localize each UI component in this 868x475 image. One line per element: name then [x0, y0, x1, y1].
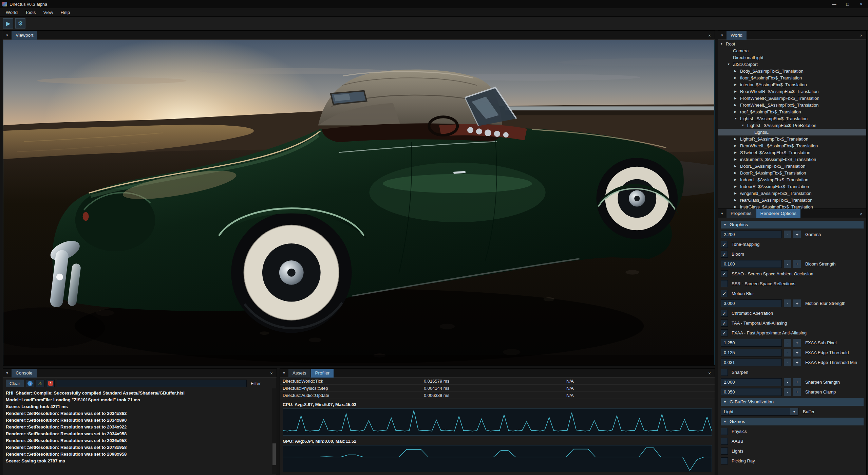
checkbox-motion-blur[interactable]: ✓	[721, 290, 728, 297]
tree-item-indoorl-assimpfbx-translation[interactable]: ▶IndoorL_$AssimpFbx$_Translation	[718, 176, 866, 183]
increment-button[interactable]: +	[793, 349, 801, 357]
checkbox-tone-mapping[interactable]: ✓	[721, 241, 728, 248]
filter-warning-button[interactable]: ⚠	[36, 380, 44, 387]
menu-item-help[interactable]: Help	[57, 9, 74, 16]
decrement-button[interactable]: -	[784, 388, 791, 396]
value-input-bloom-strength[interactable]: 0.100	[721, 260, 782, 268]
tree-item-instruments-assimpfbx-translation[interactable]: ▶instruments_$AssimpFbx$_Translation	[718, 156, 866, 163]
increment-button[interactable]: +	[793, 339, 801, 347]
menu-item-tools[interactable]: Tools	[21, 9, 40, 16]
checkbox-aabb[interactable]	[721, 438, 728, 445]
increment-button[interactable]: +	[793, 231, 801, 238]
chevron-right-icon[interactable]: ▶	[734, 151, 740, 154]
chevron-right-icon[interactable]: ▶	[734, 185, 740, 188]
chevron-right-icon[interactable]: ▶	[734, 178, 740, 181]
properties-tab-properties[interactable]: Properties	[727, 209, 756, 218]
collapse-arrow-icon[interactable]: ▼	[720, 34, 724, 37]
tree-item-rearwheell-assimpfbx-translation[interactable]: ▶RearWheelL_$AssimpFbx$_Translation	[718, 142, 866, 149]
chevron-down-icon[interactable]: ▼	[727, 62, 733, 66]
tree-item-doorr-assimpfbx-translation[interactable]: ▶DoorR_$AssimpFbx$_Translation	[718, 169, 866, 176]
value-input-gamma[interactable]: 2.200	[721, 231, 782, 238]
value-input-fxaa-sub-pixel[interactable]: 1.250	[721, 339, 782, 347]
checkbox-bloom[interactable]: ✓	[721, 251, 728, 258]
bottom-tab-assets[interactable]: Assets	[288, 369, 310, 378]
chevron-right-icon[interactable]: ▶	[734, 110, 740, 113]
chevron-right-icon[interactable]: ▶	[734, 69, 740, 73]
tree-item-wingshild-assimpfbx-translation[interactable]: ▶wingshild_$AssimpFbx$_Translation	[718, 190, 866, 197]
checkbox-ssao-screen-space-ambient-occlusion[interactable]: ✓	[721, 270, 728, 277]
checkbox-picking-ray[interactable]	[721, 457, 728, 464]
tree-item-instrglass-assimpfbx-translation[interactable]: ▶instrGlass_$AssimpFbx$_Translation	[718, 203, 866, 208]
close-window-button[interactable]: ×	[854, 0, 868, 8]
close-icon[interactable]: ×	[858, 211, 864, 216]
chevron-right-icon[interactable]: ▶	[734, 144, 740, 147]
decrement-button[interactable]: -	[784, 260, 791, 268]
tree-item-indoorr-assimpfbx-translation[interactable]: ▶IndoorR_$AssimpFbx$_Translation	[718, 183, 866, 190]
tree-item-lightsl-assimpfbx-translation[interactable]: ▼LightsL_$AssimpFbx$_Translation	[718, 115, 866, 122]
collapse-arrow-icon[interactable]: ▼	[5, 34, 9, 37]
checkbox-taa-temporal-anti-aliasing[interactable]: ✓	[721, 319, 728, 327]
collapse-arrow-icon[interactable]: ▼	[5, 371, 9, 375]
chevron-down-icon[interactable]: ▼	[734, 117, 740, 120]
tree-item-directionallight[interactable]: DirectionalLight	[718, 54, 866, 61]
increment-button[interactable]: +	[793, 260, 801, 268]
checkbox-sharpen[interactable]	[721, 369, 728, 376]
tree-item-lightsl-assimpfbx-prerotation[interactable]: ▼LightsL_$AssimpFbx$_PreRotation	[718, 122, 866, 129]
tree-item-floor-assimpfbx-translation[interactable]: ▶floor_$AssimpFbx$_Translation	[718, 74, 866, 81]
decrement-button[interactable]: -	[784, 339, 791, 347]
tab-world[interactable]: World	[727, 31, 747, 40]
decrement-button[interactable]: -	[784, 359, 791, 366]
console-scrollbar[interactable]	[272, 388, 276, 474]
menu-item-world[interactable]: World	[2, 9, 21, 16]
chevron-right-icon[interactable]: ▶	[734, 164, 740, 168]
tree-item-doorl-assimpfbx-translation[interactable]: ▶DoorL_$AssimpFbx$_Translation	[718, 163, 866, 169]
chevron-right-icon[interactable]: ▶	[734, 158, 740, 161]
chevron-right-icon[interactable]: ▶	[734, 90, 740, 93]
close-icon[interactable]: ×	[269, 370, 274, 376]
menu-item-view[interactable]: View	[40, 9, 57, 16]
filter-error-button[interactable]: !	[46, 380, 55, 387]
increment-button[interactable]: +	[793, 299, 801, 307]
increment-button[interactable]: +	[793, 359, 801, 366]
value-input-fxaa-edge-threshold[interactable]: 0.125	[721, 349, 782, 357]
chevron-right-icon[interactable]: ▶	[734, 137, 740, 141]
section-header-graphics[interactable]: ▼Graphics	[721, 221, 864, 229]
tree-item-zis101sport[interactable]: ▼ZIS101Sport	[718, 61, 866, 68]
play-button[interactable]: ▶	[3, 18, 13, 29]
chevron-right-icon[interactable]: ▶	[734, 96, 740, 100]
tree-item-frontwheell-assimpfbx-translation[interactable]: ▶FrontWheelL_$AssimpFbx$_Translation	[718, 102, 866, 108]
close-icon[interactable]: ×	[858, 33, 864, 38]
chevron-down-icon[interactable]: ▼	[741, 124, 747, 127]
clear-console-button[interactable]: Clear	[6, 380, 24, 387]
tree-item-rearwheelr-assimpfbx-translation[interactable]: ▶RearWheelR_$AssimpFbx$_Translation	[718, 88, 866, 95]
filter-info-button[interactable]: i	[26, 380, 34, 387]
close-icon[interactable]: ×	[707, 370, 712, 376]
decrement-button[interactable]: -	[784, 349, 791, 357]
section-header-gizmos[interactable]: ▼Gizmos	[721, 418, 864, 425]
settings-button[interactable]: ⚙	[15, 18, 25, 29]
value-input-sharpen-clamp[interactable]: 0.350	[721, 388, 782, 396]
tree-item-interior-assimpfbx-translation[interactable]: ▶interior_$AssimpFbx$_Translation	[718, 81, 866, 88]
value-input-motion-blur-strength[interactable]: 3.000	[721, 299, 782, 307]
chevron-down-icon[interactable]: ▼	[720, 42, 726, 45]
collapse-arrow-icon[interactable]: ▼	[282, 371, 286, 375]
chevron-right-icon[interactable]: ▶	[734, 103, 740, 107]
viewport-canvas[interactable]	[3, 40, 715, 365]
close-icon[interactable]: ×	[707, 33, 712, 38]
decrement-button[interactable]: -	[784, 231, 791, 238]
chevron-right-icon[interactable]: ▶	[734, 205, 740, 208]
value-input-fxaa-edge-threshold-min[interactable]: 0.031	[721, 359, 782, 366]
checkbox-ssr-screen-space-reflections[interactable]	[721, 280, 728, 287]
checkbox-fxaa-fast-approximate-anti-aliasing[interactable]: ✓	[721, 329, 728, 336]
console-scrollbar-thumb[interactable]	[272, 443, 276, 465]
tab-viewport[interactable]: Viewport	[12, 31, 37, 40]
value-input-sharpen-strength[interactable]: 2.000	[721, 378, 782, 386]
tree-item-frontwheelr-assimpfbx-translation[interactable]: ▶FrontWheelR_$AssimpFbx$_Translation	[718, 95, 866, 102]
chevron-right-icon[interactable]: ▶	[734, 191, 740, 195]
chevron-right-icon[interactable]: ▶	[734, 198, 740, 202]
collapse-arrow-icon[interactable]: ▼	[720, 212, 724, 215]
chevron-right-icon[interactable]: ▶	[734, 171, 740, 175]
tree-item-roof-assimpfbx-translation[interactable]: ▶roof_$AssimpFbx$_Translation	[718, 108, 866, 115]
bottom-tab-profiler[interactable]: Profiler	[311, 369, 334, 378]
tree-item-lightsr-assimpfbx-translation[interactable]: ▶LightsR_$AssimpFbx$_Translation	[718, 135, 866, 142]
